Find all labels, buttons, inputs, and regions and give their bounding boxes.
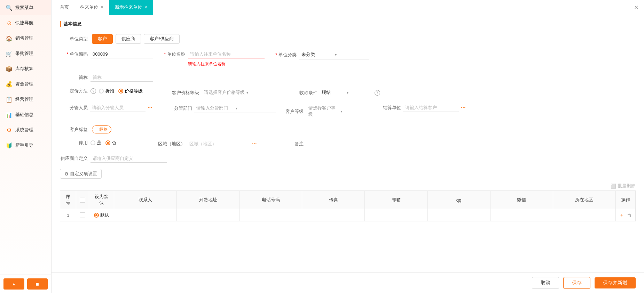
address-input[interactable] — [180, 213, 236, 218]
pricing-help[interactable]: ? — [91, 88, 96, 94]
tab-home-label: 首页 — [60, 4, 69, 10]
disabled-no[interactable]: 否 — [105, 140, 116, 146]
sidebar-item-operations[interactable]: 📋 经营管理 — [0, 92, 51, 107]
btn-type-supplier[interactable]: 供应商 — [116, 34, 141, 44]
pricing-field: 定价方法 ? 折扣 价格等级 — [60, 88, 171, 94]
dept-select[interactable]: 请输入分管部门 ▾ — [194, 104, 276, 113]
cell-default: 默认 — [89, 209, 114, 221]
search-icon: 🔍 — [6, 4, 13, 11]
customer-price-placeholder: 请选择客户价格等级 — [204, 89, 245, 96]
customer-price-select[interactable]: 请选择客户价格等级 ▾ — [202, 88, 290, 97]
delete-row-icon[interactable]: 🗑 — [627, 212, 632, 218]
wechat-input[interactable] — [494, 213, 549, 218]
customer-level-select[interactable]: 请选择客户等级 ▾ — [306, 104, 373, 119]
sidebar-item-system[interactable]: ⚙ 系统管理 — [0, 122, 51, 138]
cell-address[interactable] — [177, 209, 239, 221]
pricing-level[interactable]: 价格等级 — [118, 88, 143, 94]
pricing-discount-label: 折扣 — [105, 88, 114, 94]
add-row-icon[interactable]: ＋ — [619, 212, 624, 218]
cancel-button[interactable]: 取消 — [532, 277, 559, 289]
cell-default-radio[interactable]: 默认 — [93, 212, 110, 218]
sidebar-item-purchase[interactable]: 🛒 采购管理 — [0, 46, 51, 61]
unit-name-input[interactable] — [188, 50, 265, 58]
table-header-row: 序号 设为默认 联系人 到货地址 电话号码 传真 邮箱 qq 微信 所在地区 操… — [60, 191, 636, 209]
sidebar-item-sales[interactable]: 🏠 销售管理 — [0, 31, 51, 46]
sidebar-item-quick-nav[interactable]: ⊙ 快捷导航 — [0, 15, 51, 31]
pricing-discount[interactable]: 折扣 — [99, 88, 114, 94]
sidebar-label-purchase: 采购管理 — [15, 50, 33, 57]
pricing-level-radio[interactable] — [118, 89, 123, 93]
sidebar-item-search[interactable]: 🔍 搜索菜单 — [0, 0, 51, 15]
unit-type-field: 单位类型 客户 供应商 客户/供应商 — [60, 34, 180, 44]
sidebar-item-inventory[interactable]: 📦 库存核算 — [0, 61, 51, 76]
pricing-radio-group: 折扣 价格等级 — [99, 88, 143, 94]
btn-type-both[interactable]: 客户/供应商 — [144, 34, 180, 44]
cell-qq[interactable] — [427, 209, 490, 221]
unit-type-label: 单位类型 — [60, 36, 88, 42]
tab-new-partner[interactable]: 新增往来单位 ✕ — [109, 0, 153, 15]
cell-email[interactable] — [365, 209, 427, 221]
region-more[interactable]: ··· — [252, 141, 257, 147]
manager-more[interactable]: ··· — [148, 105, 152, 111]
abbr-row: 简称 — [60, 73, 636, 82]
action-icons: ＋ 🗑 — [619, 212, 632, 218]
select-all-checkbox[interactable] — [80, 197, 85, 203]
row-checkbox[interactable] — [80, 212, 85, 218]
section-bar — [60, 21, 61, 27]
contact-input[interactable] — [118, 213, 173, 218]
sidebar-item-guide[interactable]: 🔰 新手引导 — [0, 138, 51, 153]
qq-input[interactable] — [431, 213, 487, 218]
default-radio[interactable] — [94, 213, 99, 218]
unit-category-label: 单位分类 — [269, 52, 297, 58]
tab-partners-close[interactable]: ✕ — [100, 5, 104, 10]
disabled-yes-radio[interactable] — [91, 140, 95, 145]
tab-new-partner-close[interactable]: ✕ — [144, 5, 148, 10]
custom-setting-btn[interactable]: ⚙ 自定义项设置 — [60, 169, 102, 179]
sidebar-item-basic-info[interactable]: 📊 基础信息 — [0, 107, 51, 122]
cell-contact[interactable] — [114, 209, 177, 221]
payment-select[interactable]: 现结 ▾ — [320, 88, 372, 97]
pricing-label: 定价方法 — [60, 88, 88, 94]
region-input[interactable] — [187, 140, 250, 148]
btn-type-customer[interactable]: 客户 — [92, 34, 113, 44]
save-button[interactable]: 保存 — [563, 277, 590, 289]
region-cell-input[interactable] — [557, 213, 612, 218]
col-seq: 序号 — [60, 191, 76, 209]
supplier-custom-input[interactable] — [91, 154, 167, 163]
tag-add-btn[interactable]: + 标签 — [92, 125, 111, 133]
sidebar-bottom-btn1[interactable]: ▲ — [3, 278, 24, 290]
phone-input[interactable] — [243, 213, 298, 218]
remark-input[interactable] — [306, 140, 369, 148]
tab-bar-close[interactable]: ✕ — [631, 4, 641, 11]
settlement-more[interactable]: ··· — [461, 105, 465, 111]
batch-delete-label[interactable]: 批量删除 — [618, 183, 636, 189]
tab-home[interactable]: 首页 — [54, 0, 74, 15]
system-icon: ⚙ — [6, 127, 13, 133]
save-new-button[interactable]: 保存并新增 — [595, 277, 636, 288]
disabled-yes[interactable]: 是 — [91, 140, 101, 146]
sidebar-item-finance[interactable]: 💰 资金管理 — [0, 76, 51, 92]
unit-type-row: 单位类型 客户 供应商 客户/供应商 — [60, 34, 636, 44]
disabled-no-radio[interactable] — [105, 140, 110, 145]
tab-partners[interactable]: 往来单位 ✕ — [74, 0, 109, 15]
payment-help[interactable]: ? — [375, 90, 380, 96]
fax-input[interactable] — [306, 213, 361, 218]
dept-chevron: ▾ — [236, 106, 274, 110]
gear-icon: ⚙ — [64, 171, 69, 177]
cell-phone[interactable] — [239, 209, 302, 221]
pricing-discount-radio[interactable] — [99, 89, 104, 93]
cell-fax[interactable] — [302, 209, 365, 221]
cell-wechat[interactable] — [490, 209, 553, 221]
email-input[interactable] — [368, 213, 424, 218]
manager-field: 分管人员 ··· — [60, 104, 164, 112]
section-title-text: 基本信息 — [63, 21, 81, 27]
customer-level-placeholder: 请选择客户等级 — [308, 105, 339, 117]
tag-label: 客户标签 — [60, 127, 88, 133]
cell-region[interactable] — [553, 209, 615, 221]
manager-input[interactable] — [90, 104, 146, 112]
unit-code-input[interactable] — [91, 50, 153, 58]
settlement-input[interactable] — [403, 104, 459, 112]
unit-category-select[interactable]: 未分类 ▾ — [299, 50, 369, 59]
abbr-input[interactable] — [91, 73, 153, 82]
sidebar-bottom-btn2[interactable]: ◼ — [27, 278, 48, 290]
